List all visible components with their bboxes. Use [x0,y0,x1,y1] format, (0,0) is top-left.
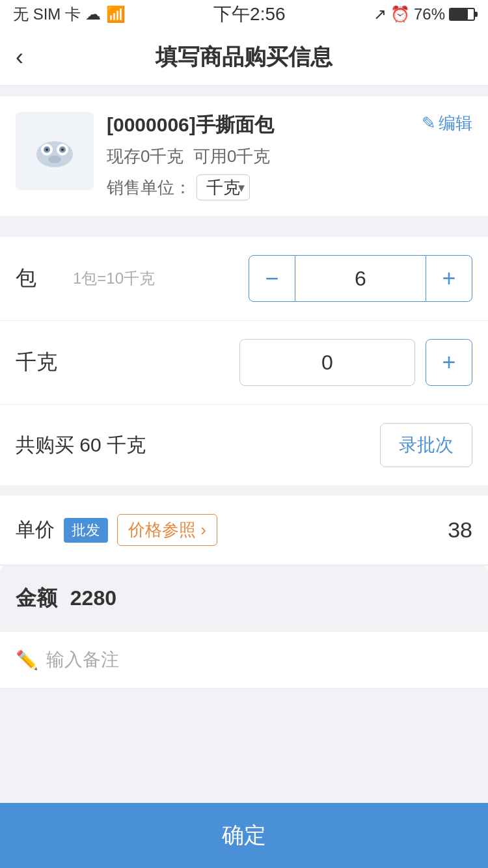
svg-point-5 [46,148,48,151]
battery-icon [449,8,475,21]
status-time: 下午2:56 [213,2,286,27]
amount-value: 2280 [70,586,116,610]
amount-section: 金额 2280 ✏️ 输入备注 [0,565,488,688]
amount-label: 金额 [16,586,57,610]
page-title: 填写商品购买信息 [156,42,332,72]
alarm-icon: ⏰ [390,5,410,23]
bag-quantity-row: 包 1包=10千克 − 6 + [0,237,488,321]
bag-increment-button[interactable]: + [426,255,472,302]
wifi-icon: 📶 [106,5,126,23]
section-divider-1 [0,216,488,226]
battery-label: 76% [414,5,445,23]
batch-button[interactable]: 录批次 [380,423,472,467]
price-row: 单价 批发 价格参照 › 38 [16,514,472,546]
bag-quantity-controls: − 6 + [249,255,472,302]
bag-label: 包 [16,264,68,293]
price-label: 单价 [16,517,55,543]
nav-bar: ‹ 填写商品购买信息 [0,29,488,86]
bag-decrement-button[interactable]: − [249,255,295,302]
unit-select[interactable]: 千克 [197,174,250,200]
kg-quantity-row: 千克 0 + [0,321,488,404]
kg-quantity-input[interactable]: 0 [239,339,415,386]
owl-logo [31,131,78,170]
kg-label: 千克 [16,348,68,377]
kg-increment-button[interactable]: + [426,339,472,386]
summary-text: 共购买 60 千克 [16,432,146,459]
svg-point-6 [61,148,64,151]
bag-hint: 1包=10千克 [73,268,249,289]
product-info: [0000006]手撕面包 现存0千克 可用0千克 销售单位： 千克 [107,112,472,200]
price-value: 38 [448,517,472,543]
svg-point-7 [48,156,61,163]
unit-select-wrap[interactable]: 千克 [197,174,250,200]
kg-quantity-controls: 0 + [239,339,472,386]
product-thumbnail [16,112,94,190]
product-card: [0000006]手撕面包 现存0千克 可用0千克 销售单位： 千克 ✎编辑 [0,96,488,216]
remark-placeholder: 输入备注 [46,647,119,672]
quantity-section: 包 1包=10千克 − 6 + 千克 0 + 共购买 60 千克 录批次 [0,237,488,485]
section-divider-2 [0,485,488,496]
location-icon: ↗ [373,5,386,23]
remark-row[interactable]: ✏️ 输入备注 [0,631,488,688]
price-tag: 批发 [64,518,108,543]
back-button[interactable]: ‹ [16,44,23,71]
status-bar: 无 SIM 卡 ☁ 📶 下午2:56 ↗ ⏰ 76% [0,0,488,29]
status-left: 无 SIM 卡 ☁ 📶 [13,4,126,25]
amount-row: 金额 2280 [0,566,488,631]
price-reference-button[interactable]: 价格参照 › [117,514,217,546]
edit-button[interactable]: ✎编辑 [422,112,472,135]
sim-label: 无 SIM 卡 ☁ [13,4,101,25]
status-right: ↗ ⏰ 76% [373,5,475,23]
pencil-icon: ✏️ [16,649,38,671]
product-name: [0000006]手撕面包 [107,112,472,139]
bag-quantity-input[interactable]: 6 [295,255,426,302]
confirm-bar[interactable]: 确定 [0,803,488,868]
summary-row: 共购买 60 千克 录批次 [0,404,488,485]
product-unit: 销售单位： 千克 [107,174,472,200]
price-section: 单价 批发 价格参照 › 38 [0,496,488,564]
confirm-button-label: 确定 [222,821,266,850]
product-stock: 现存0千克 可用0千克 [107,145,472,168]
